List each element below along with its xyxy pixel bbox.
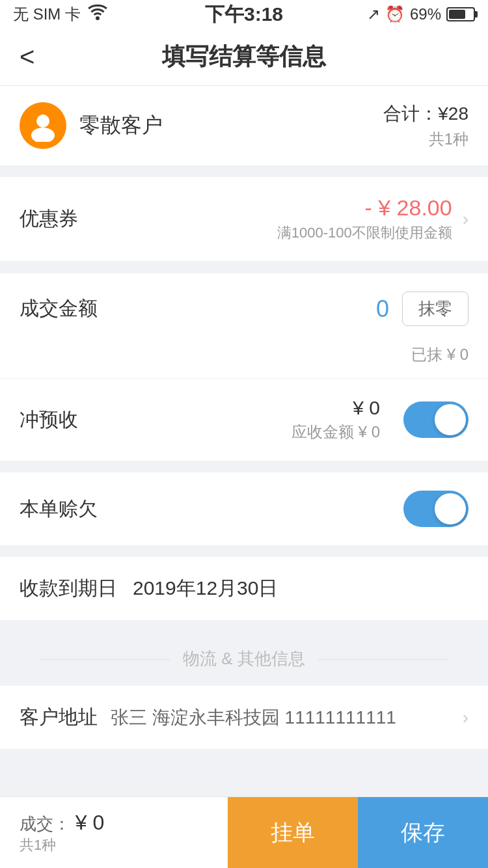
status-left: 无 SIM 卡 [13, 4, 108, 25]
chevron-right-icon: › [463, 209, 468, 230]
svg-point-0 [36, 115, 49, 128]
address-value: 张三 海淀永丰科技园 11111111111 [111, 705, 463, 730]
location-icon: ↗ [367, 5, 380, 23]
credit-toggle-thumb [435, 493, 466, 524]
coupon-section: 优惠券 - ¥ 28.00 满1000-100不限制使用金额 › [0, 177, 488, 262]
status-right: ↗ ⏰ 69% [367, 5, 475, 23]
address-chevron-icon: › [463, 707, 468, 728]
coupon-label: 优惠券 [20, 206, 78, 232]
due-date-row: 收款到期日 2019年12月30日 [20, 575, 468, 602]
prepay-receivable: 应收金额 ¥ 0 [291, 422, 380, 442]
transaction-row: 成交金额 0 抹零 [0, 273, 488, 344]
wifi-icon [87, 5, 108, 24]
total-count: 共1种 [383, 129, 468, 150]
status-time: 下午3:18 [205, 1, 283, 28]
credit-section: 本单赊欠 [0, 472, 488, 545]
page-title: 填写结算等信息 [162, 41, 326, 73]
customer-name: 零散客户 [79, 111, 163, 140]
bottom-deal-row: 成交： ¥ 0 [20, 811, 208, 835]
alarm-icon: ⏰ [385, 5, 405, 23]
prepay-info: ¥ 0 应收金额 ¥ 0 [291, 397, 380, 442]
carrier-text: 无 SIM 卡 [13, 4, 81, 25]
customer-total: 合计：¥28 共1种 [383, 102, 468, 150]
coupon-amount: - ¥ 28.00 [277, 195, 452, 221]
prepay-label: 冲预收 [20, 407, 78, 433]
content: 零散客户 合计：¥28 共1种 优惠券 - ¥ 28.00 满1000-100不… [0, 86, 488, 839]
prepay-row: 冲预收 ¥ 0 应收金额 ¥ 0 [0, 378, 488, 461]
customer-row: 零散客户 合计：¥28 共1种 [0, 86, 488, 165]
logistics-header: 物流 & 其他信息 [0, 632, 488, 686]
customer-left: 零散客户 [20, 102, 163, 149]
bottom-amount: ¥ 0 [75, 811, 104, 834]
battery-percentage: 69% [410, 5, 441, 23]
credit-label: 本单赊欠 [20, 496, 98, 522]
due-date-label: 收款到期日 [20, 575, 117, 602]
credit-toggle[interactable] [403, 491, 468, 527]
transaction-value: 0 抹零 [337, 292, 468, 326]
avatar [20, 102, 66, 149]
bottom-info: 成交： ¥ 0 共1种 [0, 811, 228, 855]
transaction-label: 成交金额 [20, 295, 98, 322]
coupon-row[interactable]: 优惠券 - ¥ 28.00 满1000-100不限制使用金额 › [0, 177, 488, 262]
toggle-thumb [435, 404, 466, 435]
prepay-toggle[interactable] [403, 401, 468, 438]
nav-bar: < 填写结算等信息 [0, 29, 488, 86]
logistics-header-text: 物流 & 其他信息 [170, 649, 318, 668]
battery-icon [446, 7, 475, 21]
hold-button[interactable]: 挂单 [228, 797, 358, 869]
coupon-right: - ¥ 28.00 满1000-100不限制使用金额 › [277, 195, 468, 243]
already-rounded-text: 已抹 ¥ 0 [0, 344, 488, 378]
address-label: 客户地址 [20, 704, 98, 731]
transaction-amount[interactable]: 0 [337, 295, 389, 323]
round-button[interactable]: 抹零 [402, 292, 468, 326]
save-button[interactable]: 保存 [358, 797, 488, 869]
due-date-section: 收款到期日 2019年12月30日 [0, 557, 488, 620]
coupon-description: 满1000-100不限制使用金额 [277, 223, 452, 243]
address-row[interactable]: 客户地址 张三 海淀永丰科技园 11111111111 › [0, 686, 488, 749]
status-bar: 无 SIM 卡 下午3:18 ↗ ⏰ 69% [0, 0, 488, 29]
svg-point-1 [31, 128, 55, 142]
bottom-bar: 成交： ¥ 0 共1种 挂单 保存 [0, 796, 488, 868]
coupon-details: - ¥ 28.00 满1000-100不限制使用金额 [277, 195, 452, 243]
total-amount: 合计：¥28 [383, 102, 468, 126]
prepay-right: ¥ 0 应收金额 ¥ 0 [291, 397, 468, 442]
due-date-value: 2019年12月30日 [133, 575, 278, 602]
transaction-section: 成交金额 0 抹零 已抹 ¥ 0 冲预收 ¥ 0 应收金额 ¥ 0 [0, 273, 488, 461]
bottom-deal-label: 成交： [20, 814, 70, 834]
bottom-count: 共1种 [20, 835, 208, 855]
back-button[interactable]: < [20, 42, 34, 72]
prepay-amount: ¥ 0 [291, 397, 380, 419]
